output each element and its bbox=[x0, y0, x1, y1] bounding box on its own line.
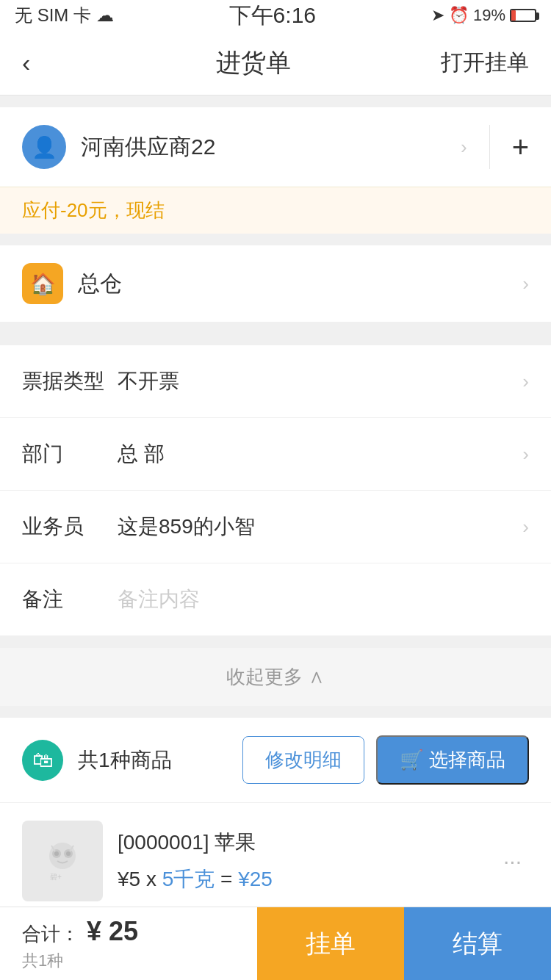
warehouse-row[interactable]: 🏠 总仓 › bbox=[0, 245, 551, 322]
remark-label: 备注 bbox=[22, 586, 118, 613]
product-placeholder-icon: 碧+ bbox=[37, 835, 88, 887]
product-info: [0000001] 苹果 ¥5 x 5千克 = ¥25 bbox=[118, 829, 496, 893]
total-amount: ¥ 25 bbox=[87, 916, 138, 947]
supplier-arrow-icon: › bbox=[461, 136, 467, 159]
nav-bar: ‹ 进货单 打开挂单 bbox=[0, 31, 551, 96]
status-bar: 无 SIM 卡 ☁ 下午6:16 ➤ ⏰ 19% bbox=[0, 0, 551, 31]
svg-point-4 bbox=[66, 851, 71, 856]
total-label: 合计： bbox=[22, 921, 79, 947]
product-quantity: 5千克 bbox=[162, 868, 215, 890]
products-section: 🛍 共1种商品 修改明细 🛒 选择商品 碧+ bbox=[0, 718, 551, 919]
products-count: 共1种商品 bbox=[78, 746, 242, 774]
total-count: 共1种 bbox=[22, 950, 235, 972]
shopping-icon: 🛍 bbox=[32, 748, 53, 772]
sim-status: 无 SIM 卡 ☁ bbox=[15, 4, 114, 27]
department-label: 部门 bbox=[22, 440, 118, 468]
product-title-name: 苹果 bbox=[215, 831, 256, 854]
supplier-row[interactable]: 👤 河南供应商22 › + bbox=[0, 107, 551, 187]
warehouse-name: 总仓 bbox=[78, 269, 522, 299]
add-supplier-button[interactable]: + bbox=[489, 125, 529, 169]
avatar-icon: 👤 bbox=[32, 135, 57, 159]
battery-icon bbox=[510, 9, 536, 22]
product-unit-price: ¥5 bbox=[118, 868, 140, 890]
svg-point-3 bbox=[54, 851, 59, 856]
status-right: ➤ ⏰ 19% bbox=[431, 6, 536, 25]
modify-detail-button[interactable]: 修改明细 bbox=[242, 736, 364, 784]
supplier-note: 应付-20元，现结 bbox=[0, 187, 551, 234]
warehouse-arrow-icon: › bbox=[522, 273, 529, 295]
open-hold-button[interactable]: 打开挂单 bbox=[441, 48, 529, 78]
product-thumbnail: 碧+ bbox=[22, 821, 103, 901]
alarm-icon: ⏰ bbox=[449, 6, 469, 25]
location-icon: ➤ bbox=[431, 6, 444, 25]
total-row: 合计： ¥ 25 bbox=[22, 916, 235, 947]
equals-sign: = bbox=[220, 868, 238, 890]
bottom-total: 合计： ¥ 25 共1种 bbox=[0, 907, 257, 980]
supplier-name: 河南供应商22 bbox=[81, 132, 461, 162]
status-left: 无 SIM 卡 ☁ bbox=[15, 4, 114, 27]
status-time: 下午6:16 bbox=[229, 1, 316, 31]
department-row[interactable]: 部门 总 部 › bbox=[0, 418, 551, 491]
supplier-avatar: 👤 bbox=[22, 125, 66, 169]
warehouse-icon: 🏠 bbox=[22, 263, 63, 304]
supplier-section: 👤 河南供应商22 › + 应付-20元，现结 bbox=[0, 107, 551, 234]
department-arrow: › bbox=[522, 443, 529, 466]
product-code: [0000001] bbox=[118, 831, 209, 854]
product-total: ¥25 bbox=[238, 868, 273, 890]
product-more-button[interactable]: ··· bbox=[496, 841, 529, 881]
products-icon: 🛍 bbox=[22, 740, 63, 781]
invoice-type-label: 票据类型 bbox=[22, 367, 118, 395]
invoice-type-value: 不开票 bbox=[118, 367, 515, 395]
remark-value[interactable]: 备注内容 bbox=[118, 586, 529, 613]
salesperson-label: 业务员 bbox=[22, 513, 118, 541]
product-price: ¥5 x 5千克 = ¥25 bbox=[118, 865, 496, 893]
cart-icon: 🛒 bbox=[400, 749, 423, 771]
department-value: 总 部 bbox=[118, 440, 515, 468]
invoice-type-row[interactable]: 票据类型 不开票 › bbox=[0, 345, 551, 418]
checkout-button[interactable]: 结算 bbox=[404, 907, 551, 980]
bottom-bar: 合计： ¥ 25 共1种 挂单 结算 bbox=[0, 907, 551, 980]
salesperson-arrow: › bbox=[522, 516, 529, 538]
products-header: 🛍 共1种商品 修改明细 🛒 选择商品 bbox=[0, 718, 551, 802]
warehouse-section: 🏠 总仓 › bbox=[0, 245, 551, 322]
page-title: 进货单 bbox=[216, 46, 291, 80]
back-button[interactable]: ‹ bbox=[22, 48, 66, 77]
salesperson-row[interactable]: 业务员 这是859的小智 › bbox=[0, 491, 551, 563]
multiply-sign: x bbox=[146, 868, 162, 890]
product-name: [0000001] 苹果 bbox=[118, 829, 496, 857]
remark-row[interactable]: 备注 备注内容 bbox=[0, 563, 551, 636]
form-section: 票据类型 不开票 › 部门 总 部 › 业务员 这是859的小智 › 备注 备注… bbox=[0, 345, 551, 636]
collapse-button[interactable]: 收起更多 ∧ bbox=[0, 648, 551, 706]
house-icon: 🏠 bbox=[30, 272, 56, 296]
battery-text: 19% bbox=[473, 6, 505, 25]
product-item: 碧+ [0000001] 苹果 ¥5 x 5千克 = ¥25 ··· bbox=[0, 802, 551, 919]
salesperson-value: 这是859的小智 bbox=[118, 513, 515, 541]
hold-order-button[interactable]: 挂单 bbox=[257, 907, 404, 980]
invoice-type-arrow: › bbox=[522, 370, 529, 393]
svg-text:碧+: 碧+ bbox=[50, 873, 62, 881]
select-product-button[interactable]: 🛒 选择商品 bbox=[376, 735, 529, 785]
